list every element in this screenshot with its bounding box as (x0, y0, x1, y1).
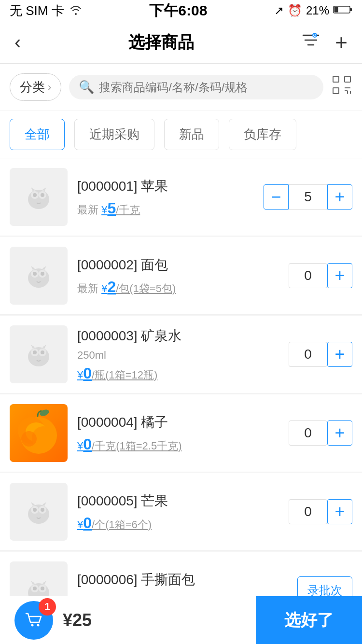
list-item: [0000005] 芒果 ¥0/个(1箱=6个) + (0, 473, 362, 551)
battery-icon (333, 4, 352, 17)
decrease-button[interactable]: − (264, 184, 289, 210)
quantity-input[interactable] (289, 263, 327, 288)
quantity-input[interactable] (289, 184, 327, 210)
filter-bar: 分类 › 🔍 (0, 64, 362, 111)
product-image-0000004 (10, 404, 68, 462)
product-name: [0000001] 苹果 (77, 177, 264, 196)
list-item: [0000004] 橘子 ¥0/千克(1箱=2.5千克) + (0, 394, 362, 472)
quantity-input[interactable] (289, 420, 327, 446)
svg-point-23 (33, 272, 37, 276)
battery-text: 21% (306, 4, 329, 17)
svg-rect-10 (333, 88, 339, 94)
quantity-input[interactable] (289, 499, 327, 524)
svg-rect-1 (350, 8, 352, 11)
product-list: [0000001] 苹果 最新 ¥5/千克 − + [ (0, 158, 362, 644)
quantity-control-0000003: + (289, 342, 352, 367)
status-time: 下午6:08 (149, 1, 207, 21)
product-info-0000004: [0000004] 橘子 ¥0/千克(1箱=2.5千克) (77, 413, 289, 453)
product-price: 最新 ¥5/千克 (77, 199, 264, 217)
svg-rect-2 (334, 7, 338, 13)
chevron-right-icon: › (48, 81, 51, 94)
product-image-0000002 (10, 247, 68, 305)
svg-point-51 (31, 624, 34, 626)
cart-badge: 1 (39, 598, 56, 616)
svg-point-19 (41, 193, 44, 197)
alarm-icon: ⏰ (288, 4, 302, 17)
quantity-input[interactable] (289, 342, 327, 367)
product-price: ¥0/千克(1箱=2.5千克) (77, 435, 289, 453)
list-item: [0000002] 面包 最新 ¥2/包(1袋=5包) + (0, 237, 362, 315)
sim-status: 无 SIM 卡 (10, 2, 64, 19)
product-price: ¥0/瓶(1箱=12瓶) (77, 364, 289, 382)
quantity-control-0000005: + (289, 499, 352, 524)
filter-icon[interactable] (301, 31, 320, 53)
status-right: ↗ ⏰ 21% (274, 4, 352, 17)
list-item: [0000003] 矿泉水 250ml ¥0/瓶(1箱=12瓶) + (0, 316, 362, 393)
increase-button[interactable]: + (327, 342, 352, 367)
svg-point-39 (33, 508, 37, 512)
status-left: 无 SIM 卡 (10, 2, 83, 19)
product-spec: 250ml (77, 349, 289, 362)
svg-point-28 (33, 350, 37, 354)
product-info-0000002: [0000002] 面包 最新 ¥2/包(1袋=5包) (77, 256, 289, 296)
search-box: 🔍 (69, 75, 323, 99)
svg-point-52 (37, 624, 40, 626)
increase-button[interactable]: + (327, 499, 352, 524)
product-name: [0000006] 手撕面包 (77, 571, 297, 589)
wifi-icon (69, 3, 83, 18)
product-price: 最新 ¥2/包(1袋=5包) (77, 278, 289, 296)
product-image-0000005 (10, 483, 68, 541)
add-button[interactable]: + (335, 30, 348, 55)
svg-point-7 (314, 34, 316, 36)
svg-point-45 (41, 587, 44, 590)
category-button[interactable]: 分类 › (10, 73, 61, 101)
product-info-0000003: [0000003] 矿泉水 250ml ¥0/瓶(1箱=12瓶) (77, 327, 289, 382)
list-item: [0000001] 苹果 最新 ¥5/千克 − + (0, 158, 362, 236)
tab-negative[interactable]: 负库存 (229, 119, 296, 150)
svg-rect-9 (345, 76, 350, 82)
increase-button[interactable]: + (327, 420, 352, 446)
svg-rect-8 (333, 76, 339, 82)
svg-point-35 (21, 431, 37, 447)
svg-point-29 (41, 350, 44, 354)
product-name: [0000003] 矿泉水 (77, 327, 289, 345)
product-info-0000001: [0000001] 苹果 最新 ¥5/千克 (77, 177, 264, 217)
svg-point-25 (28, 347, 49, 366)
increase-button[interactable]: + (327, 184, 352, 210)
svg-point-24 (41, 272, 44, 276)
location-icon: ↗ (274, 4, 284, 17)
quantity-control-0000002: + (289, 263, 352, 288)
nav-actions: + (301, 30, 348, 55)
product-name: [0000002] 面包 (77, 256, 289, 274)
svg-point-44 (33, 587, 37, 590)
tab-recent[interactable]: 近期采购 (74, 119, 154, 150)
svg-point-40 (41, 508, 44, 512)
tab-all[interactable]: 全部 (10, 119, 65, 150)
scan-icon[interactable] (331, 74, 352, 100)
bottom-bar: 1 ¥25 选好了 (0, 596, 362, 644)
search-icon: 🔍 (79, 80, 94, 95)
page-title: 选择商品 (128, 31, 194, 54)
product-name: [0000005] 芒果 (77, 492, 289, 510)
category-label: 分类 (20, 79, 45, 96)
tab-new[interactable]: 新品 (164, 119, 219, 150)
svg-point-34 (39, 408, 50, 417)
cart-area: 1 ¥25 (0, 601, 256, 640)
nav-bar: ‹ 选择商品 + (0, 21, 362, 64)
svg-point-20 (28, 268, 49, 288)
search-input[interactable] (99, 81, 314, 94)
back-button[interactable]: ‹ (14, 31, 21, 53)
quantity-control-0000004: + (289, 420, 352, 446)
quantity-control-0000001: − + (264, 184, 352, 210)
svg-point-36 (28, 504, 49, 524)
tab-bar: 全部 近期采购 新品 负库存 (0, 111, 362, 158)
increase-button[interactable]: + (327, 263, 352, 288)
product-image-0000001 (10, 168, 68, 226)
product-name: [0000004] 橘子 (77, 413, 289, 432)
product-price: ¥0/个(1箱=6个) (77, 514, 289, 532)
svg-point-15 (28, 190, 49, 209)
cart-button[interactable]: 1 (14, 601, 53, 640)
confirm-button[interactable]: 选好了 (256, 596, 362, 644)
cart-total: ¥25 (63, 610, 92, 630)
product-image-0000003 (10, 325, 68, 383)
